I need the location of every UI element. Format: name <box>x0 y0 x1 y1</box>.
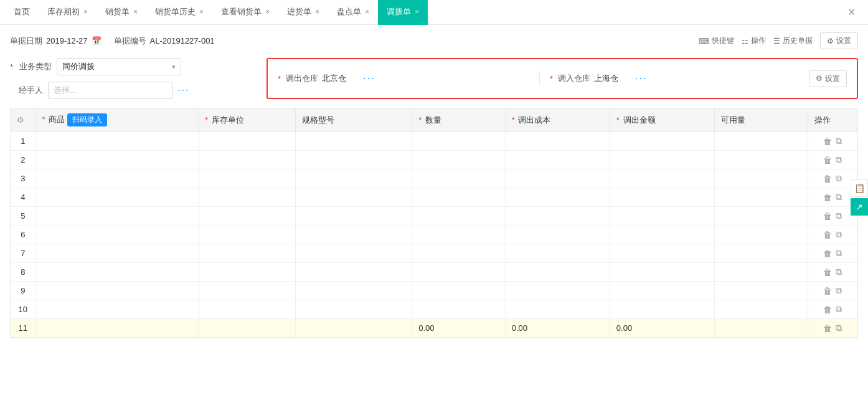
product-cell-6[interactable] <box>35 226 199 244</box>
unit-cell-3[interactable] <box>199 169 296 188</box>
available-cell-2[interactable] <box>714 151 808 169</box>
th-settings[interactable]: ⚙ <box>11 108 35 132</box>
scan-button[interactable]: 扫码录入 <box>67 113 107 126</box>
tab-transfer[interactable]: 调拨单 × <box>378 0 428 25</box>
available-cell-4[interactable] <box>714 188 808 207</box>
available-cell-9[interactable] <box>714 282 808 300</box>
delete-icon-7[interactable]: 🗑 <box>823 249 832 259</box>
tab-purchase-close[interactable]: × <box>315 7 319 16</box>
unit-cell-7[interactable] <box>199 244 296 263</box>
qty-cell-10[interactable] <box>412 300 505 319</box>
history-action[interactable]: ☰ 历史单据 <box>773 36 813 46</box>
tab-transfer-close[interactable]: × <box>415 7 419 16</box>
cost-cell-10[interactable] <box>505 300 610 319</box>
unit-cell-5[interactable] <box>199 207 296 226</box>
spec-cell-6[interactable] <box>296 226 412 244</box>
qty-cell-6[interactable] <box>412 226 505 244</box>
business-type-select[interactable]: 同价调拨 ▾ <box>57 58 181 75</box>
spec-cell-7[interactable] <box>296 244 412 263</box>
unit-cell-8[interactable] <box>199 263 296 282</box>
amount-cell-5[interactable] <box>610 207 714 226</box>
product-cell-4[interactable] <box>35 188 199 207</box>
qty-cell-3[interactable] <box>412 169 505 188</box>
tab-stocktake-close[interactable]: × <box>365 7 369 16</box>
tab-home[interactable]: 首页 <box>5 0 39 25</box>
copy-icon[interactable]: ⧉ <box>836 323 842 333</box>
product-cell-3[interactable] <box>35 169 199 188</box>
operate-action[interactable]: ⚏ 操作 <box>742 36 766 46</box>
copy-icon-1[interactable]: ⧉ <box>836 136 842 146</box>
available-cell-5[interactable] <box>714 207 808 226</box>
amount-cell-10[interactable] <box>610 300 714 319</box>
available-cell-3[interactable] <box>714 169 808 188</box>
tab-sales[interactable]: 销货单 × <box>97 0 146 25</box>
spec-cell-8[interactable] <box>296 263 412 282</box>
unit-cell-2[interactable] <box>199 151 296 169</box>
available-cell-10[interactable] <box>714 300 808 319</box>
product-cell-8[interactable] <box>35 263 199 282</box>
in-wh-more-icon[interactable]: ··· <box>635 73 647 84</box>
product-cell-7[interactable] <box>35 244 199 263</box>
side-note-btn[interactable]: 📋 <box>851 179 868 197</box>
qty-cell-7[interactable] <box>412 244 505 263</box>
unit-cell-4[interactable] <box>199 188 296 207</box>
calendar-icon[interactable]: 📅 <box>92 36 101 45</box>
spec-cell-3[interactable] <box>296 169 412 188</box>
tab-sales-history-close[interactable]: × <box>199 7 204 16</box>
warehouse-settings-button[interactable]: ⚙ 设置 <box>809 70 847 87</box>
out-wh-value[interactable]: 北京仓 <box>322 73 359 84</box>
amount-cell-8[interactable] <box>610 263 714 282</box>
amount-cell-1[interactable] <box>610 132 714 151</box>
product-cell-5[interactable] <box>35 207 199 226</box>
delete-icon-8[interactable]: 🗑 <box>823 267 832 277</box>
cost-cell-4[interactable] <box>505 188 610 207</box>
tab-purchase[interactable]: 进货单 × <box>278 0 328 25</box>
spec-cell-1[interactable] <box>296 132 412 151</box>
delete-icon-10[interactable]: 🗑 <box>823 305 832 315</box>
product-cell-2[interactable] <box>35 151 199 169</box>
amount-cell-3[interactable] <box>610 169 714 188</box>
cost-cell-5[interactable] <box>505 207 610 226</box>
copy-icon-3[interactable]: ⧉ <box>836 173 842 184</box>
qty-cell-8[interactable] <box>412 263 505 282</box>
unit-cell-1[interactable] <box>199 132 296 151</box>
copy-icon-5[interactable]: ⧉ <box>836 211 842 221</box>
cost-cell-2[interactable] <box>505 151 610 169</box>
table-gear-icon[interactable]: ⚙ <box>17 115 24 125</box>
unit-cell-6[interactable] <box>199 226 296 244</box>
product-cell-1[interactable] <box>35 132 199 151</box>
cost-cell-9[interactable] <box>505 282 610 300</box>
spec-cell-4[interactable] <box>296 188 412 207</box>
cost-cell-8[interactable] <box>505 263 610 282</box>
tab-sales-close[interactable]: × <box>133 7 138 16</box>
delete-icon-9[interactable]: 🗑 <box>823 286 832 296</box>
amount-cell-2[interactable] <box>610 151 714 169</box>
out-wh-more-icon[interactable]: ··· <box>363 73 375 84</box>
delete-icon-4[interactable]: 🗑 <box>823 193 832 202</box>
person-select[interactable]: 选择... <box>48 82 172 99</box>
available-cell-1[interactable] <box>714 132 808 151</box>
amount-cell-6[interactable] <box>610 226 714 244</box>
qty-cell-1[interactable] <box>412 132 505 151</box>
delete-icon-6[interactable]: 🗑 <box>823 230 832 240</box>
delete-icon-1[interactable]: 🗑 <box>823 136 832 146</box>
cost-cell-6[interactable] <box>505 226 610 244</box>
delete-icon-5[interactable]: 🗑 <box>823 211 832 221</box>
copy-icon-6[interactable]: ⧉ <box>836 229 842 240</box>
shortcut-action[interactable]: ⌨ 快捷键 <box>699 36 734 46</box>
person-more-icon[interactable]: ··· <box>177 85 189 96</box>
copy-icon-10[interactable]: ⧉ <box>836 304 842 315</box>
cost-cell-7[interactable] <box>505 244 610 263</box>
window-close-btn[interactable]: ✕ <box>840 6 863 18</box>
amount-cell-4[interactable] <box>610 188 714 207</box>
copy-icon-7[interactable]: ⧉ <box>836 248 842 259</box>
in-wh-value[interactable]: 上海仓 <box>594 73 631 84</box>
qty-cell-2[interactable] <box>412 151 505 169</box>
tab-stocktake[interactable]: 盘点单 × <box>328 0 378 25</box>
tab-inventory-init-close[interactable]: × <box>83 7 88 16</box>
unit-cell-10[interactable] <box>199 300 296 319</box>
cost-cell-3[interactable] <box>505 169 610 188</box>
side-expand-btn[interactable]: ↗ <box>851 198 868 216</box>
copy-icon-4[interactable]: ⧉ <box>836 192 842 202</box>
available-cell-6[interactable] <box>714 226 808 244</box>
